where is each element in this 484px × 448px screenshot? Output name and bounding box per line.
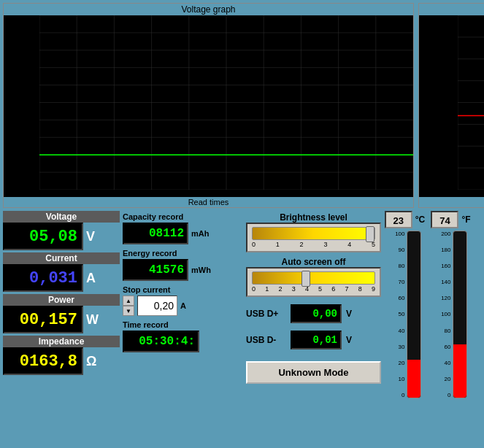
usb-dplus-label: USB D+ (246, 309, 286, 319)
stop-current-block: Stop current ▲ ▼ A (123, 285, 243, 316)
voltage-unit: V (86, 229, 95, 244)
current-block: Current 0,031 A (3, 252, 120, 292)
brightness-track (252, 227, 375, 240)
capacity-label: Capacity record (123, 212, 243, 221)
spinner-up[interactable]: ▲ (123, 296, 134, 306)
auto-screen-block: Auto screen off 0 1 2 3 4 5 6 7 8 9 (246, 257, 381, 297)
fahrenheit-value: 74 (431, 211, 458, 228)
current-graph-container: Current graph Current(A) 4,000 3,500 3,0… (418, 3, 484, 208)
usb-dplus-input[interactable] (291, 304, 342, 323)
celsius-bar (407, 231, 421, 398)
voltage-display: 05,08 (3, 223, 83, 250)
celsius-block: 23 °C 100 90 80 70 60 50 40 30 20 (384, 211, 426, 398)
brightness-label: Brightness level (246, 212, 381, 223)
stop-current-input[interactable] (137, 296, 177, 316)
voltage-graph-container: Voltage graph Voltage(V) 25,00 20,00 15,… (3, 3, 414, 208)
power-label: Power (3, 294, 120, 306)
auto-screen-thumb[interactable] (301, 271, 310, 287)
auto-screen-numbers: 0 1 2 3 4 5 6 7 8 9 (252, 285, 375, 293)
auto-screen-label: Auto screen off (246, 257, 381, 267)
voltage-canvas (39, 15, 413, 190)
right-panel: 23 °C 100 90 80 70 60 50 40 30 20 (384, 211, 472, 445)
time-input[interactable] (123, 331, 199, 352)
current-x-ticks: 0 10000 20000 25000 39227 (459, 190, 484, 197)
voltage-graph-title: Voltage graph (4, 4, 413, 15)
controls-area: Voltage 05,08 V Current 0,031 A Power 00… (0, 208, 484, 448)
energy-input[interactable] (123, 259, 188, 281)
usb-dplus-row: USB D+ V (246, 304, 381, 323)
voltage-y-label: Voltage(V) (4, 15, 15, 197)
celsius-fill (407, 360, 420, 398)
impedance-unit: Ω (86, 354, 96, 369)
power-block: Power 00,157 W (3, 294, 120, 333)
fahrenheit-block: 74 °F 200 180 160 140 120 100 80 60 40 (430, 211, 472, 398)
usb-dplus-unit: V (346, 309, 352, 319)
fahrenheit-bar (453, 231, 467, 398)
fahrenheit-unit: °F (461, 215, 470, 225)
left-panel: Voltage 05,08 V Current 0,031 A Power 00… (3, 211, 120, 445)
celsius-scale: 100 90 80 70 60 50 40 30 20 10 0 (389, 231, 407, 398)
time-block: Time record (123, 320, 243, 352)
brightness-slider-container[interactable]: 0 1 2 3 4 5 (246, 223, 381, 252)
usb-dminus-row: USB D- V (246, 331, 381, 349)
current-display: 0,031 (3, 264, 83, 292)
fahrenheit-header: 74 °F (431, 211, 470, 228)
auto-screen-track (252, 271, 375, 285)
fahrenheit-thermo-wrapper: 200 180 160 140 120 100 80 60 40 20 0 (435, 231, 467, 398)
energy-label: Energy record (123, 249, 243, 258)
celsius-unit: °C (415, 215, 425, 225)
voltage-block: Voltage 05,08 V (3, 211, 120, 250)
usb-dminus-unit: V (346, 335, 352, 345)
spinner-down[interactable]: ▼ (123, 306, 134, 316)
brightness-block: Brightness level 0 1 2 3 4 5 (246, 212, 381, 252)
current-y-label: Current(A) (419, 15, 430, 197)
impedance-label: Impedance (3, 336, 120, 347)
usb-dminus-input[interactable] (291, 331, 342, 349)
impedance-block: Impedance 0163,8 Ω (3, 336, 120, 375)
current-graph-title: Current graph (419, 4, 484, 15)
stop-current-label: Stop current (123, 285, 243, 294)
stop-current-unit: A (180, 301, 186, 310)
energy-block: Energy record mWh (123, 249, 243, 281)
brightness-thumb[interactable] (366, 226, 374, 242)
capacity-block: Capacity record mAh (123, 212, 243, 244)
celsius-value: 23 (385, 211, 412, 228)
graphs-area: Voltage graph Voltage(V) 25,00 20,00 15,… (0, 0, 484, 208)
impedance-display: 0163,8 (3, 347, 83, 375)
fahrenheit-scale: 200 180 160 140 120 100 80 60 40 20 0 (435, 231, 453, 398)
celsius-header: 23 °C (385, 211, 425, 228)
celsius-thermo-wrapper: 100 90 80 70 60 50 40 30 20 10 0 (389, 231, 421, 398)
power-unit: W (86, 312, 99, 328)
voltage-y-axis: 25,00 20,00 15,00 10,00 5,00 0,00 (15, 15, 39, 190)
voltage-label: Voltage (3, 211, 120, 223)
voltage-x-ticks: 0 10000 20000 30000 39227 (41, 190, 413, 197)
time-label: Time record (123, 320, 243, 329)
current-unit: A (86, 271, 96, 286)
brightness-numbers: 0 1 2 3 4 5 (252, 241, 375, 248)
current-x-label: Read times (419, 197, 484, 207)
auto-screen-slider-container[interactable]: 0 1 2 3 4 5 6 7 8 9 (246, 267, 381, 297)
current-canvas (458, 15, 484, 190)
usb-dminus-label: USB D- (246, 335, 286, 345)
power-display: 00,157 (3, 306, 83, 333)
energy-unit: mWh (191, 266, 211, 274)
capacity-input[interactable] (123, 223, 188, 244)
voltage-x-label: Read times (4, 197, 413, 207)
current-y-axis: 4,000 3,500 3,000 2,500 2,000 1,500 1,00… (430, 15, 458, 190)
thermometers-row: 23 °C 100 90 80 70 60 50 40 30 20 (384, 211, 472, 398)
fahrenheit-fill (453, 344, 466, 398)
capacity-unit: mAh (191, 229, 209, 238)
center-panel: Brightness level 0 1 2 3 4 5 Auto screen… (246, 211, 381, 445)
unknown-mode-button[interactable]: Unknown Mode (246, 361, 381, 384)
middle-panel: Capacity record mAh Energy record mWh St… (123, 211, 243, 445)
spinner-buttons: ▲ ▼ (123, 296, 134, 316)
current-label: Current (3, 252, 120, 264)
